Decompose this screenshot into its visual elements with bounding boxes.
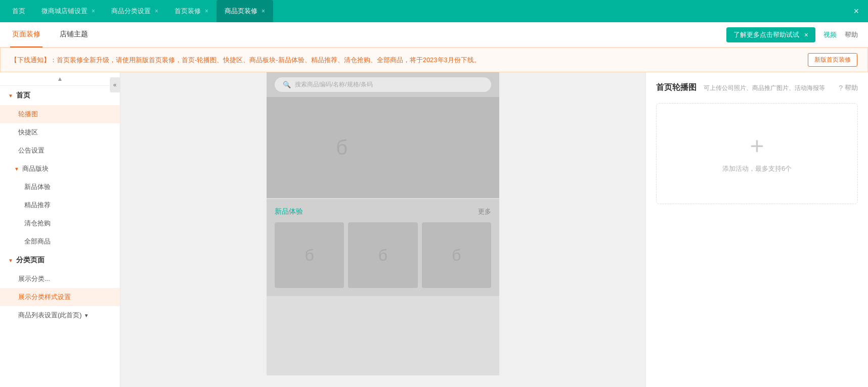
sidebar-group-home-label: 首页 — [16, 91, 30, 100]
sidebar-item-carousel-label: 轮播图 — [18, 110, 38, 118]
sidebar-scroll-top: ▲ — [0, 72, 120, 86]
sidebar-section-category: ▼ 分类页面 展示分类... 展示分类样式设置 商品列表设置(此首页) ▼ — [0, 251, 120, 324]
sub-tab-bar: 页面装修 店铺主题 了解更多点击帮助试试 × 视频 帮助 — [0, 22, 868, 47]
tab-category-settings[interactable]: 商品分类设置 × — [103, 0, 166, 22]
home-arrow-icon: ▼ — [8, 93, 13, 99]
tab-home[interactable]: 首页 — [4, 0, 33, 22]
collapse-icon: « — [113, 81, 117, 88]
preview-product-3: б — [422, 222, 491, 288]
panel-help-label: 帮助 — [845, 83, 858, 92]
tab-product-decor[interactable]: 商品页装修 × — [216, 0, 273, 22]
sidebar-item-product-list[interactable]: 商品列表设置(此首页) ▼ — [0, 306, 120, 324]
preview-product-1: б — [275, 222, 344, 288]
sidebar-group-home[interactable]: ▼ 首页 — [0, 86, 120, 105]
tab-home-decor[interactable]: 首页装修 × — [166, 0, 216, 22]
preview-search-bar[interactable]: 🔍 搜索商品编码/名称/规格/条码 — [275, 77, 491, 92]
preview-search-area: 🔍 搜索商品编码/名称/规格/条码 — [267, 72, 499, 97]
banner-logo-icon: б — [336, 136, 348, 159]
sidebar-section-home: ▼ 首页 轮播图 快捷区 公告设置 ▼ 商品版块 新品体验 — [0, 86, 120, 251]
tab-home-label: 首页 — [12, 7, 25, 16]
sub-tab-page-decor[interactable]: 页面装修 — [10, 22, 42, 47]
help-banner-text: 了解更多点击帮助试试 — [733, 30, 799, 39]
panel-title-group: 首页轮播图 可上传公司照片、商品推广图片、活动海报等 — [656, 82, 825, 93]
preview-section-title: 新品体验 — [275, 207, 303, 216]
preview-section-header: 新品体验 更多 — [275, 207, 491, 216]
tab-product-decor-close[interactable]: × — [262, 8, 265, 15]
video-label[interactable]: 视频 — [823, 30, 837, 39]
panel-title: 首页轮播图 — [656, 83, 697, 91]
panel-header: 首页轮播图 可上传公司照片、商品推广图片、活动海报等 ? 帮助 — [656, 82, 858, 93]
tab-category-settings-label: 商品分类设置 — [111, 7, 151, 16]
product-block-arrow-icon: ▼ — [14, 166, 19, 172]
banner-text: Banner区域 — [353, 138, 429, 157]
notice-bar: 【下线通知】：首页装修全新升级，请使用新版首页装修，首页-轮播图、快捷区、商品板… — [0, 47, 868, 72]
help-banner-close[interactable]: × — [804, 31, 808, 39]
tab-home-decor-label: 首页装修 — [175, 7, 201, 16]
search-icon: 🔍 — [283, 81, 291, 88]
notice-text: 【下线通知】：首页装修全新升级，请使用新版首页装修，首页-轮播图、快捷区、商品板… — [11, 56, 808, 65]
right-panel: 首页轮播图 可上传公司照片、商品推广图片、活动海报等 ? 帮助 + 添加活动，最… — [645, 72, 868, 387]
tab-bar: 首页 微商城店铺设置 × 商品分类设置 × 首页装修 × 商品页装修 × × — [0, 0, 868, 22]
sidebar-item-carousel[interactable]: 轮播图 — [0, 105, 120, 123]
upload-area[interactable]: + 添加活动，最多支持6个 — [656, 103, 858, 204]
help-label[interactable]: 帮助 — [845, 30, 858, 39]
sidebar-item-show-category[interactable]: 展示分类... — [0, 270, 120, 288]
tab-home-decor-close[interactable]: × — [205, 8, 208, 15]
sidebar-group-category[interactable]: ▼ 分类页面 — [0, 251, 120, 270]
sidebar-subgroup-product-block-title[interactable]: ▼ 商品版块 — [0, 160, 120, 178]
help-banner: 了解更多点击帮助试试 × — [726, 27, 815, 42]
sidebar-item-new-exp[interactable]: 新品体验 — [0, 178, 120, 196]
sidebar-item-clearance[interactable]: 清仓抢购 — [0, 214, 120, 232]
sidebar: ▲ « ▼ 首页 轮播图 快捷区 公告设置 ▼ 商品版 — [0, 72, 120, 387]
preview-product-2: б — [348, 222, 417, 288]
tab-category-settings-close[interactable]: × — [155, 8, 158, 15]
sidebar-item-featured[interactable]: 精品推荐 — [0, 196, 120, 214]
tab-store-settings-close[interactable]: × — [92, 8, 95, 15]
sidebar-item-notice[interactable]: 公告设置 — [0, 141, 120, 160]
preview-product-grid: б б б — [275, 222, 491, 288]
sub-tab-right: 了解更多点击帮助试试 × 视频 帮助 — [726, 27, 858, 42]
sidebar-group-category-label: 分类页面 — [16, 256, 45, 265]
upload-text: 添加活动，最多支持6个 — [722, 164, 792, 173]
sidebar-subgroup-product-block: ▼ 商品版块 新品体验 精品推荐 清仓抢购 全部商品 — [0, 160, 120, 251]
search-placeholder: 搜索商品编码/名称/规格/条码 — [295, 80, 373, 89]
product-block-label: 商品版块 — [22, 164, 49, 173]
sidebar-item-all-products[interactable]: 全部商品 — [0, 232, 120, 251]
sidebar-collapse-button[interactable]: « — [110, 77, 120, 92]
sidebar-item-shortcut[interactable]: 快捷区 — [0, 123, 120, 141]
sidebar-item-show-category-style[interactable]: 展示分类样式设置 — [0, 288, 120, 306]
question-icon: ? — [839, 84, 843, 92]
tab-store-settings-label: 微商城店铺设置 — [41, 7, 88, 16]
upload-plus-icon: + — [750, 134, 764, 158]
expand-icon: ▼ — [84, 313, 89, 318]
preview-phone: 🔍 搜索商品编码/名称/规格/条码 б Banner区域 新品体验 更多 б — [267, 72, 499, 375]
preview-products-section: 新品体验 更多 б б б — [267, 199, 499, 296]
sub-tabs: 页面装修 店铺主题 — [10, 22, 90, 47]
preview-section-more: 更多 — [478, 207, 491, 216]
panel-subtitle: 可上传公司照片、商品推广图片、活动海报等 — [704, 84, 825, 91]
sub-tab-store-theme[interactable]: 店铺主题 — [58, 22, 90, 47]
main-layout: ▲ « ▼ 首页 轮播图 快捷区 公告设置 ▼ 商品版 — [0, 72, 868, 387]
scroll-up-arrow[interactable]: ▲ — [57, 75, 63, 82]
tab-product-decor-label: 商品页装修 — [225, 7, 257, 16]
tab-store-settings[interactable]: 微商城店铺设置 × — [33, 0, 103, 22]
center-preview: 🔍 搜索商品编码/名称/规格/条码 б Banner区域 新品体验 更多 б — [120, 72, 645, 387]
sidebar-item-shortcut-label: 快捷区 — [18, 128, 38, 136]
sidebar-item-notice-label: 公告设置 — [18, 147, 45, 154]
category-arrow-icon: ▼ — [8, 258, 13, 263]
panel-help-button[interactable]: ? 帮助 — [839, 83, 858, 92]
preview-banner: б Banner区域 — [267, 97, 499, 198]
tab-bar-close-all[interactable]: × — [848, 6, 864, 17]
new-homepage-decor-button[interactable]: 新版首页装修 — [808, 53, 857, 67]
banner-logo: б Banner区域 — [336, 136, 429, 159]
